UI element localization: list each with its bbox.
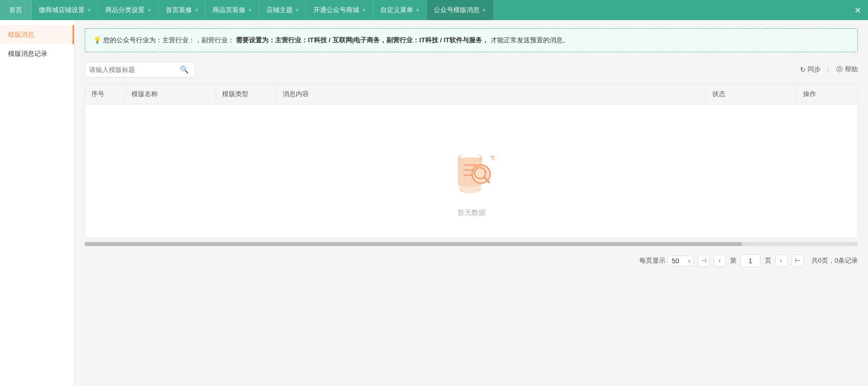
first-page-icon: ⊣ [701,257,706,264]
close-all-icon: ✕ [854,6,861,15]
next-page-button[interactable]: › [775,255,787,267]
actions-divider: | [828,66,829,73]
tab-open-label: 开通公众号商城 [313,6,359,15]
notice-box: 💡 您的公众号行业为：主营行业：，副营行业： 需要设置为：主营行业：IT科技 /… [85,28,858,52]
col-type: 模版类型 [216,84,277,104]
tab-templatemsg[interactable]: 公众号模版消息 × [427,0,493,20]
page-size-select[interactable]: 10 20 50 100 [667,256,694,266]
help-label: 帮助 [845,65,858,74]
prev-page-button[interactable]: ‹ [714,255,726,267]
tab-templatemsg-close[interactable]: × [483,7,486,13]
page-suffix: 页 [765,256,771,265]
content-area: 💡 您的公众号行业为：主营行业：，副营行业： 需要设置为：主营行业：IT科技 /… [75,20,868,386]
empty-text: 暂无数据 [457,208,486,217]
data-table: 序号 模版名称 模版类型 消息内容 状态 操作 [85,84,858,238]
tab-theme-label: 店铺主题 [266,6,293,15]
tab-weshop-close[interactable]: × [88,7,91,13]
col-content: 消息内容 [277,84,706,104]
tab-home[interactable]: 首页 [0,0,32,20]
horizontal-scrollbar[interactable] [85,242,858,246]
search-input[interactable] [89,66,180,73]
tab-theme-close[interactable]: × [296,7,299,13]
tab-templatemsg-label: 公众号模版消息 [434,6,480,15]
tab-theme[interactable]: 店铺主题 × [259,0,306,20]
prev-page-icon: ‹ [719,257,721,264]
notice-prefix: 您的公众号行业为：主营行业：，副营行业： [103,36,234,44]
page-number-input[interactable] [741,254,761,267]
search-actions: ↻ 同步 | ⓪ 帮助 [800,65,858,74]
notice-bulb-icon: 💡 [93,36,103,44]
tab-open-close[interactable]: × [362,7,365,13]
help-button[interactable]: ⓪ 帮助 [836,65,858,74]
col-action: 操作 [797,84,857,104]
tab-category[interactable]: 商品分类设置 × [98,0,158,20]
search-row: 🔍 ↻ 同步 | ⓪ 帮助 [85,61,858,78]
sidebar-item-template-record[interactable]: 模版消息记录 [0,44,74,63]
page-label: 第 [730,256,737,265]
pagination-row: 每页显示 10 20 50 100 ⊣ ‹ 第 页 › [85,250,858,269]
sync-button[interactable]: ↻ 同步 [800,65,821,74]
sidebar-item-template-message[interactable]: 模版消息 [0,25,74,44]
tab-homepage[interactable]: 首页装修 × [159,0,206,20]
page-total: 共0页，0条记录 [812,256,858,265]
sidebar-item-template-message-label: 模版消息 [8,31,34,38]
tab-homepage-label: 首页装修 [166,6,192,15]
sidebar-item-template-record-label: 模版消息记录 [8,50,47,57]
tab-category-label: 商品分类设置 [105,6,145,15]
search-input-wrap[interactable]: 🔍 [85,61,195,78]
empty-state: 暂无数据 [85,105,857,238]
tab-product-close[interactable]: × [248,7,251,13]
col-name: 模版名称 [125,84,216,104]
sync-label: 同步 [808,65,821,74]
tab-product-label: 商品页装修 [213,6,245,15]
page-size-wrap: 每页显示 10 20 50 100 [639,256,694,266]
last-page-button[interactable]: ⊢ [791,255,804,267]
top-nav: 首页 微商城店铺设置 × 商品分类设置 × 首页装修 × 商品页装修 × 店铺主… [0,0,868,20]
notice-suffix: 才能正常发送预置的消息。 [491,36,569,44]
last-page-icon: ⊢ [795,257,800,264]
tab-weshop-label: 微商城店铺设置 [39,6,85,15]
notice-highlight: 需要设置为：主营行业：IT科技 / 互联网|电子商务，副营行业：IT科技 / I… [236,36,489,44]
first-page-button[interactable]: ⊣ [698,255,710,267]
scrollbar-thumb[interactable] [85,242,742,246]
col-index: 序号 [85,84,125,104]
tab-homepage-close[interactable]: × [195,7,198,13]
tab-product[interactable]: 商品页装修 × [206,0,259,20]
svg-line-10 [492,159,494,160]
page-size-select-wrapper: 10 20 50 100 [667,256,694,266]
help-icon: ⓪ [836,65,843,74]
tab-category-close[interactable]: × [148,7,151,13]
table-header: 序号 模版名称 模版类型 消息内容 状态 操作 [85,84,857,105]
page-size-label: 每页显示 [639,256,665,265]
tab-custommenu-close[interactable]: × [416,7,419,13]
col-status: 状态 [706,84,797,104]
tab-open[interactable]: 开通公众号商城 × [306,0,373,20]
sidebar: 模版消息 模版消息记录 [0,20,75,386]
tab-weshop[interactable]: 微商城店铺设置 × [32,0,98,20]
search-icon[interactable]: 🔍 [180,65,188,73]
next-page-icon: › [780,257,782,264]
close-all-button[interactable]: ✕ [847,0,868,20]
sync-icon: ↻ [800,66,806,73]
tab-custommenu-label: 自定义菜单 [380,6,413,15]
svg-line-9 [491,157,494,157]
main-layout: 模版消息 模版消息记录 💡 您的公众号行业为：主营行业：，副营行业： 需要设置为… [0,20,868,386]
empty-illustration [439,135,504,200]
tab-home-label: 首页 [9,6,22,15]
tab-custommenu[interactable]: 自定义菜单 × [373,0,427,20]
